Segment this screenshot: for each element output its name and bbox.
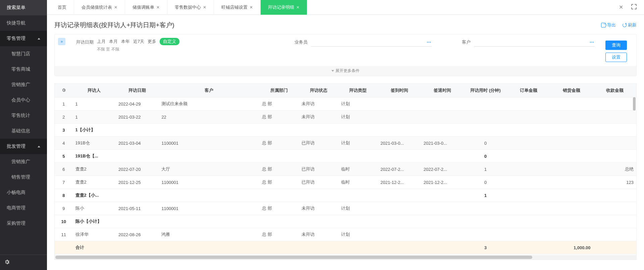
sidebar-item-smartstore[interactable]: 智慧门店	[0, 46, 47, 62]
fullscreen-icon	[631, 4, 637, 9]
date-opt-custom[interactable]: 自定义	[160, 38, 179, 45]
sidebar-group-retail[interactable]: 零售管理	[0, 31, 47, 46]
column-header[interactable]: 客户	[159, 84, 259, 97]
date-range-display[interactable]: 不限 至 不限	[97, 47, 179, 52]
tab-拜访记录明细[interactable]: 拜访记录明细✕	[261, 0, 307, 15]
table-row[interactable]: 6查查22022-07-20大厅总 部已拜访临时2022-07-2...2022…	[55, 163, 636, 176]
sidebar-item-members[interactable]: 会员中心	[0, 92, 47, 108]
sidebar-item-retailstats[interactable]: 零售统计	[0, 108, 47, 123]
column-header[interactable]: 签退时间	[421, 84, 464, 97]
close-icon[interactable]: ✕	[114, 5, 117, 10]
customer-select[interactable]: ⋯	[474, 38, 595, 47]
table-row[interactable]: 9陈小2021-05-111100001总 部未拜访计划	[55, 202, 636, 215]
date-opt-7days[interactable]: 近7天	[133, 39, 144, 45]
expand-filters[interactable]: 展开更多条件	[55, 66, 636, 76]
table-row[interactable]: 8查查2【小...1	[55, 189, 636, 202]
chevron-down-icon	[331, 70, 334, 72]
column-header[interactable]: 拜访类型	[338, 84, 378, 97]
column-header[interactable]: 拜访用时 (分钟)	[464, 84, 507, 97]
export-icon	[601, 23, 606, 27]
column-header[interactable]: 签到时间	[378, 84, 421, 97]
sidebar-item-xiaochang[interactable]: 小畅电商	[0, 185, 47, 200]
date-opt-thismonth[interactable]: 本月	[109, 39, 118, 45]
date-opt-thisyear[interactable]: 本年	[121, 39, 130, 45]
date-opt-lastmonth[interactable]: 上月	[97, 39, 106, 45]
table-row[interactable]: 212021-03-2222总 部未拜访计划	[55, 111, 636, 124]
close-icon[interactable]: ✕	[250, 5, 253, 10]
tabs-close-all[interactable]: ✕	[615, 4, 627, 10]
column-header[interactable]: 拜访日期	[116, 84, 159, 97]
sidebar-item-salesmgmt[interactable]: 销售管理	[0, 170, 47, 185]
close-icon[interactable]: ✕	[156, 5, 160, 10]
sidebar-item-retailmall[interactable]: 零售商城	[0, 62, 47, 77]
table-row[interactable]: 31【小计】	[55, 124, 636, 137]
gear-icon[interactable]	[61, 88, 66, 92]
settings-button[interactable]: 设置	[605, 53, 627, 62]
tab-储值调账单[interactable]: 储值调账单✕	[125, 0, 167, 15]
data-table: 拜访人拜访日期客户所属部门拜访状态拜访类型签到时间签退时间拜访用时 (分钟)订单…	[54, 83, 637, 260]
filter-panel: » 拜访日期 上月 本月 本年 近7天 更多 自定义 不限 至 不限	[54, 34, 637, 76]
fullscreen-toggle[interactable]	[627, 4, 641, 11]
total-row: 合计31,000.00	[55, 241, 636, 254]
column-header[interactable]: 销货金额	[550, 84, 593, 97]
export-button[interactable]: 导出	[601, 22, 616, 28]
table-row[interactable]: 4191B仓2021-03-041100001总 部已拜访计划2021-03-0…	[55, 137, 636, 150]
column-header[interactable]: 拜访人	[73, 84, 116, 97]
sidebar-quicknav[interactable]: 快捷导航	[0, 15, 47, 31]
refresh-button[interactable]: 刷新	[623, 22, 637, 28]
table-row[interactable]: 10陈小【小计】	[55, 215, 636, 228]
sidebar-item-wmarketing[interactable]: 营销推广	[0, 154, 47, 170]
tab-首页[interactable]: 首页	[50, 0, 74, 15]
chevron-up-icon	[38, 146, 40, 147]
sidebar-item-procurement[interactable]: 采购管理	[0, 216, 47, 227]
query-button[interactable]: 查询	[605, 41, 627, 50]
table-row[interactable]: 7查查22021-12-251100001总 部已拜访临时2021-12-2..…	[55, 176, 636, 189]
tab-bar: 首页会员储值统计表✕储值调账单✕零售数据中心✕旺铺店铺设置✕拜访记录明细✕ ✕	[47, 0, 644, 15]
date-opt-more[interactable]: 更多	[148, 39, 156, 45]
sidebar-settings[interactable]	[0, 255, 47, 270]
page-title: 拜访记录明细表(按拜访人+拜访日期+客户)	[54, 21, 601, 29]
sidebar-item-basicinfo[interactable]: 基础信息	[0, 123, 47, 139]
filter-label-date: 拜访日期	[75, 38, 94, 45]
chevron-up-icon	[38, 38, 40, 40]
table-row[interactable]: 112022-04-29测试往来余额总 部未拜访计划	[55, 97, 636, 111]
sidebar-item-ecommerce[interactable]: 电商管理	[0, 200, 47, 216]
sidebar-item-marketing[interactable]: 营销推广	[0, 77, 47, 92]
tab-零售数据中心[interactable]: 零售数据中心✕	[167, 0, 214, 15]
column-header[interactable]: 订单金额	[507, 84, 550, 97]
vertical-scrollbar[interactable]	[633, 97, 636, 111]
close-icon[interactable]: ✕	[203, 5, 206, 10]
column-header[interactable]: 所属部门	[259, 84, 299, 97]
sidebar-search[interactable]: 搜索菜单	[0, 0, 47, 15]
tab-会员储值统计表[interactable]: 会员储值统计表✕	[74, 0, 125, 15]
sales-select[interactable]: ⋯	[311, 38, 432, 47]
gear-icon	[4, 259, 10, 265]
sidebar-group-wholesale[interactable]: 批发管理	[0, 139, 47, 154]
refresh-icon	[623, 23, 627, 27]
tab-旺铺店铺设置[interactable]: 旺铺店铺设置✕	[214, 0, 261, 15]
sidebar: 搜索菜单 快捷导航 零售管理 智慧门店 零售商城 营销推广 会员中心 零售统计 …	[0, 0, 47, 270]
filter-collapse-toggle[interactable]: »	[58, 38, 65, 45]
column-header[interactable]: 拜访状态	[299, 84, 338, 97]
horizontal-scrollbar[interactable]	[55, 255, 636, 260]
table-row[interactable]: 11徐泽华2022-08-26鸿雁总 部未拜访计划	[55, 228, 636, 241]
table-row[interactable]: 5191B仓【...0	[55, 150, 636, 163]
column-header[interactable]: 收款金额	[593, 84, 636, 97]
filter-label-customer: 客户	[452, 38, 471, 45]
more-dots-icon[interactable]: ⋯	[590, 40, 595, 45]
filter-label-sales: 业务员	[289, 38, 308, 45]
close-icon[interactable]: ✕	[296, 5, 300, 10]
more-dots-icon[interactable]: ⋯	[427, 40, 432, 45]
